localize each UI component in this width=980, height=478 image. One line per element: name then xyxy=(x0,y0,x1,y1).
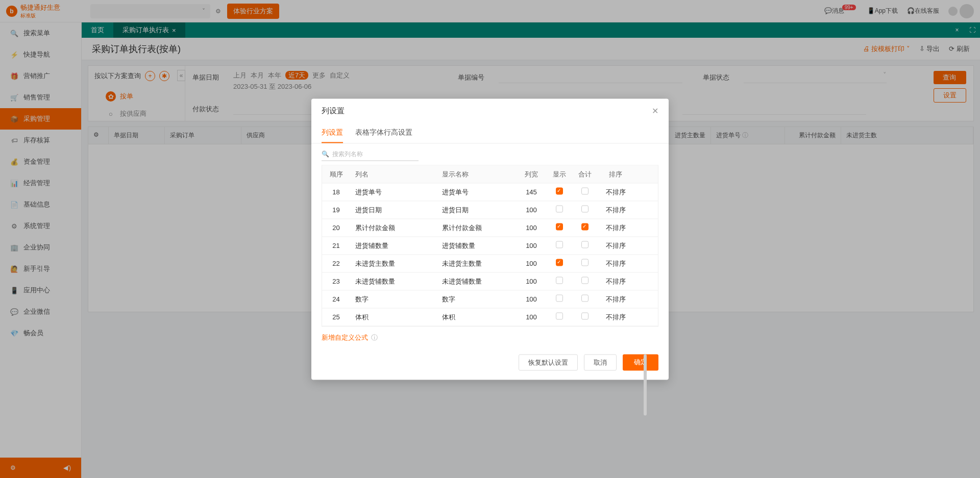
cell-disp[interactable]: 未进货辅数量 xyxy=(437,272,516,290)
sort-select[interactable]: 不排序 xyxy=(598,308,633,325)
sort-select[interactable]: 不排序 xyxy=(598,201,633,218)
cell-disp[interactable]: 进货辅数量 xyxy=(437,237,516,254)
cancel-button[interactable]: 取消 xyxy=(584,354,617,370)
cell-name: 未进货辅数量 xyxy=(350,272,437,290)
sort-select[interactable]: 不排序 xyxy=(598,237,633,254)
column-row: 23未进货辅数量未进货辅数量100不排序 xyxy=(322,272,658,290)
cell-name: 进货日期 xyxy=(350,201,437,218)
dialog-tab-columns[interactable]: 列设置 xyxy=(322,122,343,143)
search-icon: 🔍 xyxy=(322,150,329,158)
hdr-disp: 显示名称 xyxy=(437,165,516,183)
cell-width[interactable]: 100 xyxy=(516,291,547,307)
column-row: 19进货日期进货日期100不排序 xyxy=(322,201,658,219)
dialog-title: 列设置 xyxy=(322,106,345,115)
hdr-name: 列名 xyxy=(350,165,437,183)
hdr-seq: 顺序 xyxy=(322,165,350,183)
sum-checkbox[interactable] xyxy=(581,313,589,320)
show-checkbox[interactable] xyxy=(556,277,563,284)
hdr-sum: 合计 xyxy=(572,165,598,183)
cell-name: 未进货主数量 xyxy=(350,255,437,272)
cell-width[interactable]: 100 xyxy=(516,273,547,289)
show-checkbox[interactable] xyxy=(556,223,563,231)
column-row: 25体积体积100不排序 xyxy=(322,308,658,326)
sort-select[interactable]: 不排序 xyxy=(598,290,633,308)
ok-button[interactable]: 确定 xyxy=(623,354,658,370)
sum-checkbox[interactable] xyxy=(581,295,589,302)
cell-name: 进货单号 xyxy=(350,183,437,200)
sort-select[interactable]: 不排序 xyxy=(598,255,633,272)
column-row: 24数字数字100不排序 xyxy=(322,290,658,308)
cell-width[interactable]: 100 xyxy=(516,256,547,271)
sum-checkbox[interactable] xyxy=(581,188,589,195)
cell-disp[interactable]: 体积 xyxy=(437,308,516,325)
sort-select[interactable]: 不排序 xyxy=(598,272,633,290)
cell-width[interactable]: 145 xyxy=(516,184,547,200)
show-checkbox[interactable] xyxy=(556,313,563,320)
cell-width[interactable]: 100 xyxy=(516,309,547,325)
column-search-input[interactable]: 🔍 搜索列名称 xyxy=(322,149,419,161)
show-checkbox[interactable] xyxy=(556,259,563,266)
hdr-width: 列宽 xyxy=(516,165,547,183)
cell-seq: 24 xyxy=(322,291,350,307)
cell-seq: 19 xyxy=(322,202,350,218)
cell-disp[interactable]: 数字 xyxy=(437,290,516,308)
cell-name: 进货辅数量 xyxy=(350,237,437,254)
cell-name: 累计付款金额 xyxy=(350,219,437,236)
help-icon[interactable]: ⓘ xyxy=(371,333,378,342)
cell-seq: 22 xyxy=(322,256,350,271)
cell-disp[interactable]: 进货日期 xyxy=(437,201,516,218)
cell-name: 体积 xyxy=(350,308,437,325)
cell-width[interactable]: 100 xyxy=(516,202,547,218)
sum-checkbox[interactable] xyxy=(581,259,589,266)
sum-checkbox[interactable] xyxy=(581,206,589,213)
cell-seq: 18 xyxy=(322,184,350,200)
column-row: 22未进货主数量未进货主数量100不排序 xyxy=(322,255,658,272)
column-row: 18进货单号进货单号145不排序 xyxy=(322,183,658,201)
column-row: 21进货辅数量进货辅数量100不排序 xyxy=(322,237,658,255)
dialog-close-icon[interactable]: ✕ xyxy=(652,106,658,115)
column-settings-dialog: 列设置 ✕ 列设置 表格字体行高设置 🔍 搜索列名称 顺序 列名 显示名称 列宽… xyxy=(311,98,669,380)
sort-select[interactable]: 不排序 xyxy=(598,183,633,200)
sum-checkbox[interactable] xyxy=(581,277,589,284)
cell-seq: 23 xyxy=(322,273,350,289)
show-checkbox[interactable] xyxy=(556,241,563,248)
cell-disp[interactable]: 累计付款金额 xyxy=(437,219,516,236)
sum-checkbox[interactable] xyxy=(581,223,589,231)
cell-name: 数字 xyxy=(350,290,437,308)
cell-width[interactable]: 100 xyxy=(516,238,547,254)
column-row: 20累计付款金额累计付款金额100不排序 xyxy=(322,219,658,237)
reset-default-button[interactable]: 恢复默认设置 xyxy=(519,354,578,370)
show-checkbox[interactable] xyxy=(556,295,563,302)
dialog-tab-font[interactable]: 表格字体行高设置 xyxy=(355,122,412,143)
cell-seq: 20 xyxy=(322,220,350,236)
scrollbar[interactable] xyxy=(644,354,647,415)
sort-select[interactable]: 不排序 xyxy=(598,219,633,236)
cell-disp[interactable]: 进货单号 xyxy=(437,183,516,200)
cell-disp[interactable]: 未进货主数量 xyxy=(437,255,516,272)
hdr-show: 显示 xyxy=(547,165,572,183)
add-formula-link[interactable]: 新增自定义公式 xyxy=(322,333,368,342)
cell-seq: 25 xyxy=(322,309,350,325)
show-checkbox[interactable] xyxy=(556,206,563,213)
cell-width[interactable]: 100 xyxy=(516,220,547,236)
sum-checkbox[interactable] xyxy=(581,241,589,248)
show-checkbox[interactable] xyxy=(556,188,563,195)
cell-seq: 21 xyxy=(322,238,350,254)
hdr-sort: 排序 xyxy=(598,165,633,183)
